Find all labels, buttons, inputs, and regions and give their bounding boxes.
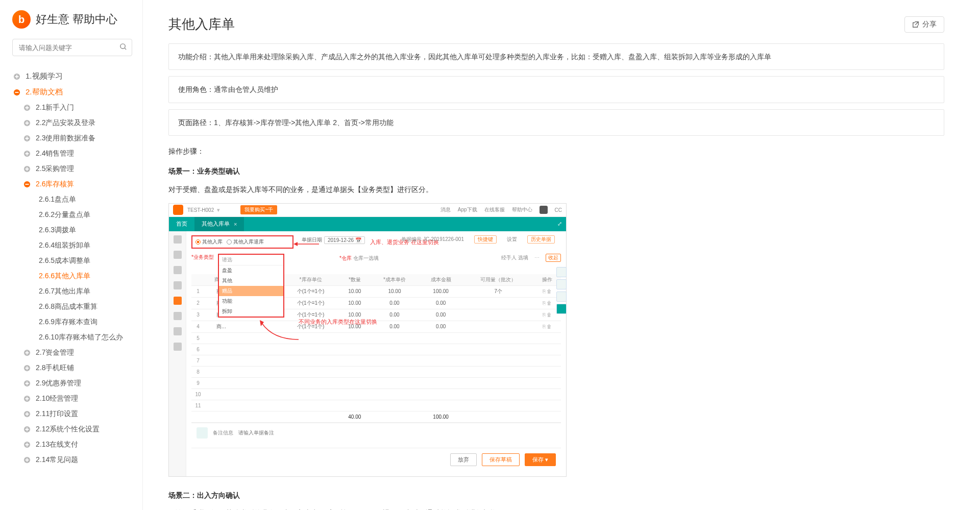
ss-dd-option[interactable]: 赠品 xyxy=(219,286,283,296)
embedded-screenshot: TEST-H002 ▾ 我要购买~千 消息 App下载 在线客服 帮助中心 CC… xyxy=(168,203,567,477)
ss-topbar: TEST-H002 ▾ 我要购买~千 消息 App下载 在线客服 帮助中心 CC xyxy=(169,204,566,217)
ss-tenant: TEST-H002 xyxy=(187,207,214,213)
rail-icon[interactable] xyxy=(174,235,182,244)
ss-top-msg[interactable]: 消息 xyxy=(440,206,451,213)
nav-2-9[interactable]: 2.9优惠券管理 xyxy=(12,376,132,391)
ss-tab-home[interactable]: 首页 xyxy=(169,217,194,231)
ss-top-help[interactable]: 帮助中心 xyxy=(512,206,532,213)
nav-2-6-2[interactable]: 2.6.2分量盘点单 xyxy=(12,207,132,223)
ss-draft-button[interactable]: 保存草稿 xyxy=(482,453,520,466)
ss-top-cs[interactable]: 在线客服 xyxy=(484,206,505,213)
nav-2-6-5[interactable]: 2.6.5成本调整单 xyxy=(12,253,132,269)
ss-logo-icon xyxy=(173,205,183,215)
nav-2-6-9[interactable]: 2.6.9库存账本查询 xyxy=(12,314,132,330)
ss-hotkey[interactable]: 快捷键 xyxy=(474,235,497,244)
rail-icon[interactable] xyxy=(174,327,182,335)
scenario-2-text-1: 无论是受赠，还是其他类型的业务，由于入库商品质量等原因，需要退回，这时可通过单据… xyxy=(168,507,944,510)
rail-icon[interactable] xyxy=(174,312,182,320)
ss-discard-button[interactable]: 放弃 xyxy=(450,453,477,466)
search-box xyxy=(12,39,132,56)
ss-tool-icon[interactable] xyxy=(556,279,567,289)
ss-remark-label: 备注信息 xyxy=(213,429,233,436)
intro-card: 功能介绍：其他入库单用来处理除采购入库、产成品入库之外的其他入库业务，因此其他入… xyxy=(168,43,944,70)
nav-2-6-3[interactable]: 2.6.3调拨单 xyxy=(12,223,132,238)
plus-icon xyxy=(22,164,32,174)
nav-2-12[interactable]: 2.12系统个性化设置 xyxy=(12,422,132,437)
arrow-icon xyxy=(293,240,319,248)
nav-2-4[interactable]: 2.4销售管理 xyxy=(12,146,132,161)
plus-icon xyxy=(22,348,32,357)
ops-label: 操作步骤： xyxy=(168,145,944,158)
page-title: 其他入库单 xyxy=(168,15,235,33)
ss-date-input[interactable]: 2019-12-26 📅 xyxy=(324,236,365,244)
avatar-icon[interactable] xyxy=(540,206,548,214)
share-button[interactable]: 分享 xyxy=(904,16,944,33)
scenario-1-text: 对于受赠、盘盈或是拆装入库等不同的业务，是通过单据头【业务类型】进行区分。 xyxy=(168,183,944,196)
minus-icon xyxy=(22,180,32,189)
ss-dd-option[interactable]: 其他 xyxy=(219,276,283,286)
ss-top-user: CC xyxy=(555,207,562,213)
nav-2-6-1[interactable]: 2.6.1盘点单 xyxy=(12,192,132,207)
nav-2-1[interactable]: 2.1新手入门 xyxy=(12,100,132,115)
nav-2-11[interactable]: 2.11打印设置 xyxy=(12,406,132,422)
ss-tab-expand-icon[interactable]: ⤢ xyxy=(557,221,562,227)
ss-history[interactable]: 历史单据 xyxy=(527,235,555,244)
ss-save-button[interactable]: 保存 ▾ xyxy=(525,453,556,466)
ss-doc-type-box: 其他入库 其他入库退库 xyxy=(191,235,293,249)
ss-biztype-dropdown[interactable]: 请选 盘盈 其他 赠品 功能 拆卸 xyxy=(218,254,284,318)
nav-2-6-4[interactable]: 2.6.4组装拆卸单 xyxy=(12,238,132,253)
ss-radio-in[interactable]: 其他入库 xyxy=(195,238,223,246)
nav-2-6-10[interactable]: 2.6.10库存账本错了怎么办 xyxy=(12,330,132,345)
plus-icon xyxy=(22,103,32,112)
plus-icon xyxy=(22,394,32,403)
ss-collapse-button[interactable]: 收起 xyxy=(546,254,561,262)
share-icon xyxy=(912,21,919,28)
rail-icon[interactable] xyxy=(174,251,182,259)
close-icon[interactable]: × xyxy=(234,221,237,227)
ss-dd-option[interactable]: 拆卸 xyxy=(219,306,283,317)
ss-remark-input[interactable] xyxy=(238,430,556,435)
rail-icon[interactable] xyxy=(174,266,182,274)
nav-2-2[interactable]: 2.2产品安装及登录 xyxy=(12,115,132,131)
arrow-icon xyxy=(258,320,299,341)
nav-2-6-6[interactable]: 2.6.6其他入库单 xyxy=(12,269,132,284)
remark-icon xyxy=(197,427,208,439)
ss-tool-icon[interactable] xyxy=(556,292,567,302)
ss-dd-option[interactable]: 功能 xyxy=(219,296,283,306)
nav-2-14[interactable]: 2.14常见问题 xyxy=(12,452,132,468)
search-input[interactable] xyxy=(12,39,132,56)
svg-point-0 xyxy=(120,44,125,48)
steps-section: 操作步骤： 场景一：业务类型确认 对于受赠、盘盈或是拆装入库等不同的业务，是通过… xyxy=(168,145,944,510)
nav-video[interactable]: 1.视频学习 xyxy=(12,68,132,84)
nav-2-5[interactable]: 2.5采购管理 xyxy=(12,161,132,177)
rail-icon-active[interactable] xyxy=(174,297,182,305)
ss-tool-icon[interactable] xyxy=(556,267,567,277)
plus-icon xyxy=(22,455,32,465)
search-icon[interactable] xyxy=(119,43,127,52)
ss-radio-return[interactable]: 其他入库退库 xyxy=(227,238,264,246)
ss-settings[interactable]: 设置 xyxy=(507,236,517,243)
ss-buy-button[interactable]: 我要购买~千 xyxy=(240,205,277,214)
nav-list: 1.视频学习 2.帮助文档 2.1新手入门 2.2产品安装及登录 2.3使用前数… xyxy=(12,68,132,468)
plus-icon xyxy=(22,425,32,434)
plus-icon xyxy=(22,379,32,388)
plus-icon xyxy=(22,134,32,143)
ss-top-app[interactable]: App下载 xyxy=(458,206,477,213)
nav-2-6-7[interactable]: 2.6.7其他出库单 xyxy=(12,284,132,299)
nav-2-8[interactable]: 2.8手机旺铺 xyxy=(12,360,132,376)
nav-2-10[interactable]: 2.10经营管理 xyxy=(12,391,132,406)
svg-marker-19 xyxy=(293,242,298,246)
nav-docs[interactable]: 2.帮助文档 xyxy=(12,84,132,100)
nav-2-6-8[interactable]: 2.6.8商品成本重算 xyxy=(12,299,132,314)
nav-2-3[interactable]: 2.3使用前数据准备 xyxy=(12,131,132,146)
plus-icon xyxy=(22,440,32,449)
ss-dd-option[interactable]: 盘盈 xyxy=(219,265,283,276)
nav-2-6[interactable]: 2.6库存核算 xyxy=(12,177,132,192)
rail-icon[interactable] xyxy=(174,281,182,289)
ss-tab-doc[interactable]: 其他入库单× xyxy=(194,217,244,231)
nav-2-7[interactable]: 2.7资金管理 xyxy=(12,345,132,360)
ss-tool-icon[interactable] xyxy=(556,304,567,314)
path-card: 页面路径：1、库存核算->库存管理->其他入库单 2、首页->常用功能 xyxy=(168,109,944,136)
nav-2-13[interactable]: 2.13在线支付 xyxy=(12,437,132,452)
rail-icon[interactable] xyxy=(174,343,182,351)
